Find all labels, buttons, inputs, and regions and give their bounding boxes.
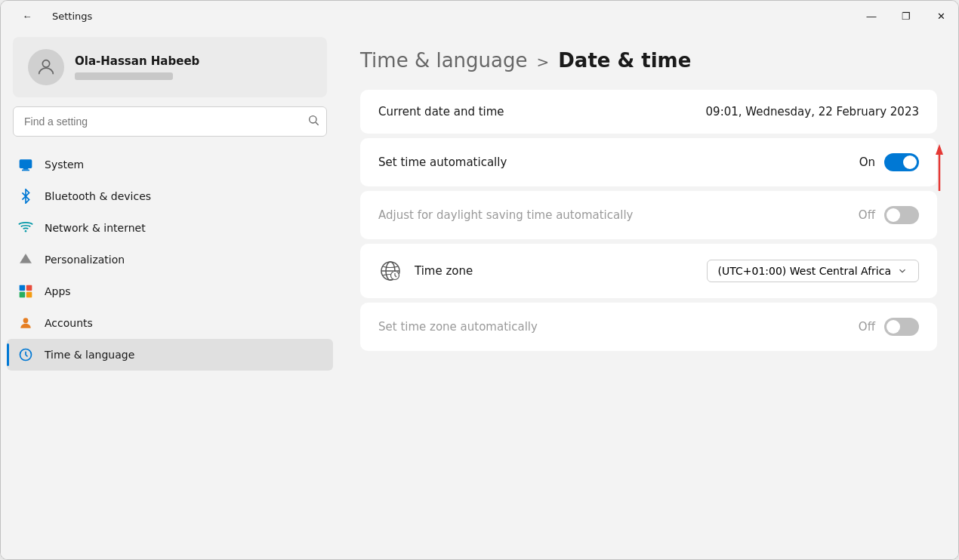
timezone-icon xyxy=(378,259,402,283)
bluetooth-icon xyxy=(17,188,34,205)
timezone-dropdown[interactable]: (UTC+01:00) West Central Africa xyxy=(707,260,919,282)
card-set-timezone-auto: Set time zone automatically Off xyxy=(360,303,937,351)
sidebar-item-label-network: Network & internet xyxy=(45,222,146,234)
timezone-left: Time zone xyxy=(378,259,473,283)
svg-rect-10 xyxy=(26,292,32,298)
sidebar-item-label-system: System xyxy=(45,158,84,171)
sidebar-item-label-time-language: Time & language xyxy=(45,349,134,361)
breadcrumb-parent: Time & language xyxy=(360,49,527,72)
system-icon xyxy=(17,156,34,173)
content-area: Time & language > Date & time Current da… xyxy=(339,31,958,559)
svg-point-0 xyxy=(42,60,49,67)
setting-right-daylight-saving: Off xyxy=(859,206,919,224)
window-title: Settings xyxy=(52,11,92,22)
avatar xyxy=(28,49,64,85)
titlebar: ← Settings — ❐ ✕ xyxy=(1,1,958,31)
label-current-datetime: Current date and time xyxy=(378,105,504,118)
sidebar-item-personalization[interactable]: Personalization xyxy=(7,244,333,275)
card-time-zone: Time zone (UTC+01:00) West Central Afric… xyxy=(360,244,937,298)
breadcrumb-separator: > xyxy=(536,53,549,71)
sidebar-item-apps[interactable]: Apps xyxy=(7,275,333,307)
apps-icon xyxy=(17,283,34,300)
red-arrow-annotation xyxy=(928,138,951,198)
network-icon xyxy=(17,220,34,236)
svg-marker-14 xyxy=(936,144,943,155)
user-name: Ola-Hassan Habeeb xyxy=(75,54,199,68)
close-button[interactable]: ✕ xyxy=(924,1,958,31)
svg-rect-3 xyxy=(20,159,32,168)
label-set-timezone-auto: Set time zone automatically xyxy=(378,320,538,334)
label-set-time-auto: Set time automatically xyxy=(378,155,507,169)
sidebar-item-label-personalization: Personalization xyxy=(45,254,125,266)
sidebar-item-time-language[interactable]: Time & language xyxy=(7,339,333,371)
value-current-datetime: 09:01, Wednesday, 22 February 2023 xyxy=(706,105,919,118)
card-set-time-auto: Set time automatically On xyxy=(360,138,937,186)
toggle-thumb-set-time-auto xyxy=(903,155,917,169)
label-time-zone: Time zone xyxy=(415,264,473,278)
setting-right-set-time-auto: On xyxy=(859,153,919,171)
user-profile[interactable]: Ola-Hassan Habeeb xyxy=(13,37,327,97)
sidebar-item-bluetooth[interactable]: Bluetooth & devices xyxy=(7,180,333,212)
search-box xyxy=(13,106,327,137)
toggle-daylight-saving[interactable] xyxy=(884,206,919,224)
svg-rect-8 xyxy=(26,285,32,291)
svg-rect-5 xyxy=(22,170,29,171)
sidebar-item-label-accounts: Accounts xyxy=(45,317,93,329)
maximize-button[interactable]: ❐ xyxy=(889,1,924,31)
titlebar-left: ← Settings xyxy=(10,1,92,31)
sidebar-item-accounts[interactable]: Accounts xyxy=(7,307,333,339)
user-info: Ola-Hassan Habeeb xyxy=(75,54,199,80)
label-daylight-saving: Adjust for daylight saving time automati… xyxy=(378,208,633,222)
status-set-timezone-auto: Off xyxy=(859,320,875,334)
back-button[interactable]: ← xyxy=(10,1,45,31)
svg-rect-9 xyxy=(20,292,26,298)
sidebar-item-label-bluetooth: Bluetooth & devices xyxy=(45,190,151,202)
timezone-value: (UTC+01:00) West Central Africa xyxy=(718,265,891,277)
accounts-icon xyxy=(17,315,34,331)
toggle-timezone-auto[interactable] xyxy=(884,318,919,336)
breadcrumb-current: Date & time xyxy=(558,49,691,72)
personalization-icon xyxy=(17,251,34,268)
time-language-icon xyxy=(17,346,34,363)
toggle-thumb-timezone-auto xyxy=(887,320,900,334)
titlebar-controls: — ❐ ✕ xyxy=(854,1,958,31)
svg-rect-7 xyxy=(20,285,26,291)
svg-point-11 xyxy=(23,318,29,323)
user-email-bar xyxy=(75,72,173,80)
toggle-thumb-daylight-saving xyxy=(887,208,900,222)
nav-list: System Bluetooth & devices xyxy=(1,149,339,553)
toggle-set-time-auto[interactable] xyxy=(884,153,919,171)
sidebar-item-label-apps: Apps xyxy=(45,285,71,297)
sidebar: Ola-Hassan Habeeb xyxy=(1,31,339,559)
setting-right-timezone-auto: Off xyxy=(859,318,919,336)
svg-rect-4 xyxy=(23,168,29,170)
search-icon xyxy=(307,114,319,129)
card-current-datetime: Current date and time 09:01, Wednesday, … xyxy=(360,90,937,134)
app-window: ← Settings — ❐ ✕ Ola-Hassan Habeeb xyxy=(0,0,959,560)
page-header: Time & language > Date & time xyxy=(360,49,937,72)
status-daylight-saving: Off xyxy=(859,208,875,222)
sidebar-item-network[interactable]: Network & internet xyxy=(7,212,333,244)
sidebar-item-system[interactable]: System xyxy=(7,149,333,180)
svg-point-1 xyxy=(310,116,316,123)
search-input[interactable] xyxy=(13,106,327,137)
svg-point-6 xyxy=(25,230,27,232)
card-daylight-saving: Adjust for daylight saving time automati… xyxy=(360,191,937,239)
svg-line-2 xyxy=(316,122,319,125)
main-window: Ola-Hassan Habeeb xyxy=(1,31,958,559)
status-set-time-auto: On xyxy=(859,155,875,169)
chevron-down-icon xyxy=(897,266,908,276)
minimize-button[interactable]: — xyxy=(854,1,889,31)
